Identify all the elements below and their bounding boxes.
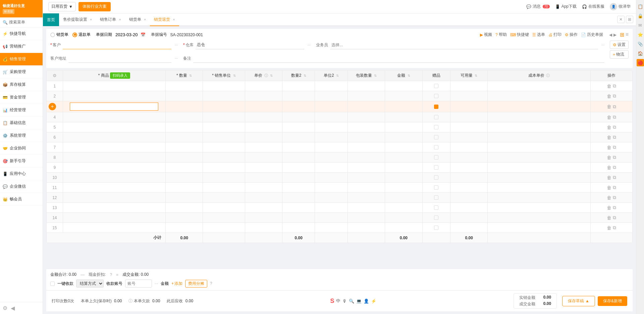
sidebar-item-marketing[interactable]: 📢 营销推广 [0, 40, 43, 53]
tab-order-close[interactable]: × [119, 17, 121, 21]
shortcut-btn[interactable]: ⌨ 快捷键 [510, 32, 529, 38]
nav-next-icon[interactable]: ▶ [613, 33, 616, 37]
sidebar-item-appcenter[interactable]: 📱 应用中心 [0, 168, 43, 180]
available-cell[interactable] [450, 91, 488, 101]
qty2-cell[interactable] [282, 91, 315, 101]
customer-service-btn[interactable]: 🎧 在线客服 [582, 4, 604, 9]
unit-cell[interactable] [203, 91, 245, 101]
gift-checkbox[interactable] [434, 125, 438, 129]
gift-checkbox[interactable] [434, 135, 438, 139]
sidebar-item-newguide[interactable]: 🎯 新手引导 [0, 155, 43, 168]
warehouse-input[interactable] [196, 41, 304, 49]
address-select-icon[interactable]: ··· [175, 56, 178, 60]
copy-row-btn[interactable]: ⧉ [613, 165, 616, 170]
gift-checkbox[interactable] [434, 155, 438, 160]
calc-method-select[interactable]: 结算方式 [76, 279, 104, 288]
qty2-cell[interactable] [282, 101, 315, 112]
logistics-btn[interactable]: + 物流 [610, 50, 629, 59]
copy-row-btn[interactable]: ⧉ [613, 215, 616, 221]
select-btn[interactable]: ☰ 选单 [532, 32, 545, 38]
tool2[interactable]: 🎙 [342, 299, 347, 304]
packqty-cell[interactable] [347, 81, 385, 91]
qty-cell[interactable] [165, 101, 203, 112]
packqty-sort-icon[interactable]: ⇅ [374, 74, 377, 77]
copy-row-btn[interactable]: ⧉ [613, 93, 616, 99]
available-cell[interactable] [450, 81, 488, 91]
settings-side-btn[interactable]: ⚙ 设置 [610, 41, 629, 49]
settings-icon[interactable]: ⚙ [3, 305, 7, 311]
gift-checkbox[interactable] [434, 84, 438, 88]
experience-btn[interactable]: 体验行业方案 [78, 2, 111, 11]
right-tool-5[interactable]: 📎 [637, 40, 644, 48]
gift-cell[interactable] [422, 91, 450, 101]
print-btn[interactable]: 🖨 打印 [548, 32, 561, 38]
right-tool-2[interactable]: 🔒 [637, 12, 644, 19]
delete-row-btn[interactable]: 🗑 [607, 215, 611, 221]
user-menu[interactable]: 👤 徐泽华 [610, 3, 631, 10]
industry-select[interactable]: 日用百货 ▼ [48, 2, 76, 11]
payment-checkbox[interactable] [50, 281, 55, 286]
tool1[interactable]: 中 [336, 298, 340, 304]
price-sort-icon[interactable]: ⇅ [270, 74, 273, 77]
copy-row-btn[interactable]: ⧉ [613, 114, 616, 120]
cost-cell[interactable] [488, 101, 590, 112]
video-btn[interactable]: ▶ 视频 [480, 32, 492, 38]
grid-view-icon[interactable]: ⊞ [620, 32, 624, 38]
delete-row-btn[interactable]: 🗑 [607, 175, 611, 180]
cost-cell[interactable] [488, 91, 590, 101]
product-cell[interactable] [63, 91, 165, 101]
delete-row-btn[interactable]: 🗑 [607, 93, 611, 99]
tab-price[interactable]: 售价提取设置 × [59, 13, 96, 26]
sidebar-item-operations[interactable]: 📊 经营管理 [0, 104, 43, 117]
gift-checkbox[interactable] [434, 165, 438, 170]
copy-row-btn[interactable]: ⧉ [613, 185, 616, 190]
right-tool-6[interactable]: 🏠 [637, 50, 644, 57]
warehouse-select-icon[interactable]: ··· [308, 43, 311, 47]
customer-input[interactable] [63, 41, 171, 49]
tab-home[interactable]: 首页 [43, 13, 59, 26]
delete-row-btn[interactable]: 🗑 [607, 134, 611, 140]
copy-row-btn[interactable]: ⧉ [613, 225, 616, 231]
right-tool-3[interactable]: ✉ [637, 21, 644, 29]
save-new-btn[interactable]: 保存&新增 [598, 296, 627, 306]
qty2-cell[interactable] [282, 81, 315, 91]
account-input[interactable] [125, 279, 152, 288]
tool4[interactable]: 💻 [356, 299, 362, 304]
gift-cell[interactable] [422, 101, 450, 112]
product-input[interactable] [70, 103, 158, 111]
amount-cell[interactable] [385, 101, 422, 112]
delete-row-btn[interactable]: 🗑 [607, 154, 611, 160]
sidebar-item-shortcut[interactable]: ⚡ 快捷导航 [0, 27, 43, 40]
cost-cell[interactable] [488, 81, 590, 91]
amount-cell[interactable] [385, 81, 422, 91]
available-sort-icon[interactable]: ⇅ [475, 74, 477, 77]
expenses-help-icon[interactable]: ? [210, 281, 212, 286]
delete-row-btn[interactable]: 🗑 [607, 114, 611, 120]
gift-checkbox[interactable] [434, 195, 438, 200]
unit2-sort-icon[interactable]: ⇅ [336, 74, 339, 77]
ops-btn[interactable]: ⚙ 操作 [565, 32, 578, 38]
copy-row-btn[interactable]: ⧉ [613, 195, 616, 200]
price-info-icon[interactable]: ⓘ [264, 73, 268, 77]
gift-checkbox[interactable] [434, 115, 438, 119]
amount-cell[interactable] [385, 91, 422, 101]
help-btn[interactable]: ? 帮助 [495, 32, 507, 38]
tool3[interactable]: 🔍 [349, 299, 354, 304]
tool5[interactable]: 👤 [364, 299, 369, 304]
debit-help-icon[interactable]: ⓘ [128, 299, 132, 303]
qty-cell[interactable] [165, 81, 203, 91]
collapse-icon[interactable]: ◀ [11, 305, 15, 311]
qty2-sort-icon[interactable]: ⇅ [304, 74, 306, 77]
qty-sort-icon[interactable]: ⇅ [189, 74, 192, 77]
delete-row-btn[interactable]: 🗑 [607, 225, 611, 231]
gift-checkbox[interactable] [434, 145, 438, 149]
sidebar-item-purchase[interactable]: 🛒 采购管理 [0, 66, 43, 78]
message-btn[interactable]: 💬 消息 70 [526, 4, 550, 9]
amount-sort-icon[interactable]: ⇅ [408, 74, 410, 77]
product-cell[interactable] [63, 81, 165, 91]
unit2-cell[interactable] [315, 91, 347, 101]
gift-checkbox[interactable] [434, 175, 438, 180]
qty-cell[interactable] [165, 91, 203, 101]
question-icon[interactable]: ? [110, 272, 112, 277]
copy-row-btn[interactable]: ⧉ [613, 144, 616, 150]
